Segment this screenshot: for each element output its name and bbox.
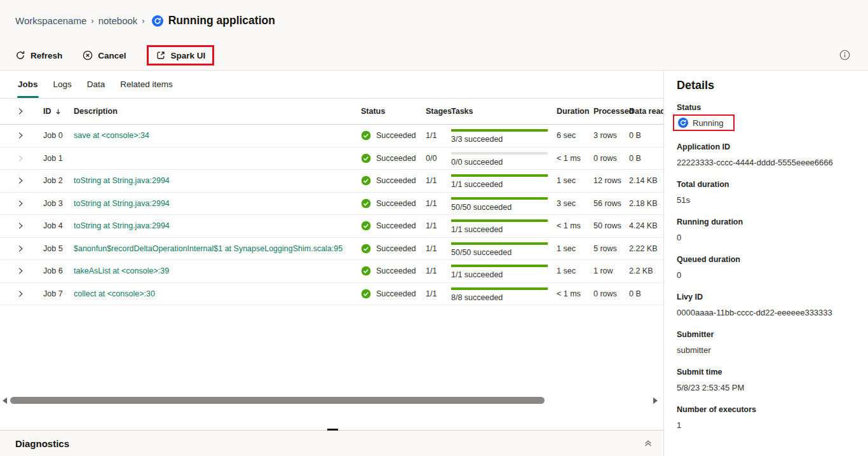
- detail-field: Application ID 22223333-cccc-4444-dddd-5…: [677, 142, 857, 168]
- row-expand-chevron[interactable]: [0, 177, 28, 184]
- job-tasks-label: 50/50 succeeded: [451, 203, 557, 212]
- job-tasks-label: 1/1 succeeded: [451, 180, 557, 189]
- chevron-right-icon: ›: [141, 16, 145, 25]
- breadcrumb-notebook[interactable]: notebook: [98, 15, 138, 26]
- job-id: Job 1: [28, 154, 74, 163]
- row-expand-chevron[interactable]: [0, 267, 28, 275]
- job-status: Succeeded: [356, 198, 421, 209]
- job-data-read: 0 B: [629, 289, 663, 298]
- table-row: Job 4 toString at String.java:2994 Succe…: [0, 215, 663, 238]
- job-processed: 12 rows: [593, 176, 629, 185]
- row-expand-chevron[interactable]: [0, 200, 28, 207]
- detail-value-row: 51s: [677, 195, 690, 205]
- detail-field: Number of executors 1: [677, 405, 857, 431]
- job-description-link[interactable]: toString at String.java:2994: [74, 199, 170, 208]
- job-tasks: 0/0 succeeded: [447, 148, 557, 170]
- horizontal-scrollbar[interactable]: [0, 395, 663, 405]
- job-processed: 5 rows: [593, 244, 629, 253]
- row-expand-chevron[interactable]: [0, 155, 28, 162]
- job-status-label: Succeeded: [376, 289, 416, 298]
- detail-field: Submitter submitter: [677, 330, 857, 356]
- expand-all-chevron[interactable]: [0, 107, 28, 115]
- info-button[interactable]: [839, 50, 850, 61]
- job-stages: 1/1: [421, 199, 447, 208]
- table-header: ID Description Status Stages Tasks Durat…: [0, 99, 663, 125]
- chevron-right-icon: [17, 222, 24, 230]
- toolbar: Refresh Cancel Spark UI: [15, 44, 214, 67]
- chevron-right-icon: [17, 290, 24, 298]
- scroll-right-arrow[interactable]: [653, 397, 658, 404]
- row-expand-chevron[interactable]: [0, 222, 28, 230]
- job-data-read: 2.14 KB: [629, 176, 663, 185]
- scrollbar-thumb[interactable]: [10, 397, 545, 404]
- open-in-new-icon: [156, 50, 166, 60]
- job-id: Job 5: [28, 244, 74, 253]
- breadcrumb-workspace[interactable]: Workspacename: [15, 15, 86, 26]
- job-processed: 56 rows: [593, 199, 629, 208]
- detail-value: 1: [677, 420, 681, 430]
- job-stages: 1/1: [421, 244, 447, 253]
- job-stages: 1/1: [421, 221, 447, 230]
- job-duration: < 1 ms: [557, 221, 593, 230]
- row-expand-chevron[interactable]: [0, 290, 28, 298]
- header-duration[interactable]: Duration: [557, 107, 593, 116]
- refresh-button[interactable]: Refresh: [15, 50, 62, 60]
- header-id-label: ID: [43, 107, 51, 116]
- job-id: Job 6: [28, 266, 74, 275]
- row-expand-chevron[interactable]: [0, 132, 28, 139]
- job-stages: 1/1: [421, 266, 447, 275]
- breadcrumb: Workspacename › notebook › Running appli…: [15, 14, 275, 27]
- job-data-read: 0 B: [629, 154, 663, 163]
- running-application-page: Workspacename › notebook › Running appli…: [0, 0, 868, 456]
- spark-ui-button[interactable]: Spark UI: [156, 50, 206, 60]
- header-id[interactable]: ID: [28, 107, 74, 116]
- diagnostics-title: Diagnostics: [15, 438, 69, 449]
- task-progress-bar: [451, 219, 548, 222]
- tab[interactable]: Related items: [112, 71, 180, 98]
- detail-value: submitter: [677, 345, 710, 355]
- detail-value: 0: [677, 233, 681, 242]
- header-data-read[interactable]: Data read: [629, 107, 663, 116]
- job-description-link[interactable]: toString at String.java:2994: [74, 221, 170, 230]
- detail-field: Status Running: [677, 103, 857, 130]
- succeeded-icon: [361, 176, 371, 186]
- job-status: Succeeded: [356, 221, 421, 231]
- cancel-label: Cancel: [98, 51, 126, 60]
- chevron-right-icon: [17, 267, 24, 275]
- detail-label: Queued duration: [677, 255, 857, 264]
- task-progress-bar: [451, 152, 548, 155]
- tab[interactable]: Logs: [46, 71, 79, 98]
- tab[interactable]: Jobs: [10, 71, 46, 98]
- job-tasks-label: 1/1 succeeded: [451, 225, 557, 234]
- page-title-group: Running application: [152, 14, 275, 27]
- header-tasks[interactable]: Tasks: [447, 99, 557, 124]
- job-data-read: 4.24 KB: [629, 221, 663, 230]
- header-description[interactable]: Description: [74, 107, 356, 116]
- succeeded-icon: [361, 266, 371, 276]
- job-processed: 1 row: [593, 266, 629, 275]
- chevron-right-icon: [17, 245, 24, 252]
- job-duration: 1 sec: [557, 176, 593, 185]
- chevron-right-icon: [17, 155, 24, 162]
- scroll-left-arrow[interactable]: [3, 397, 7, 404]
- header-stages[interactable]: Stages: [421, 107, 447, 116]
- detail-field: Queued duration 0: [677, 255, 857, 280]
- task-progress-bar: [451, 197, 548, 200]
- detail-value-row: 0: [677, 270, 681, 280]
- header-status[interactable]: Status: [356, 107, 421, 116]
- job-description-link[interactable]: collect at <console>:30: [74, 289, 155, 298]
- chevron-right-icon: [17, 177, 24, 184]
- row-expand-chevron[interactable]: [0, 245, 28, 252]
- refresh-label: Refresh: [31, 51, 62, 60]
- job-description-link[interactable]: $anonfun$recordDeltaOperationInternal$1 …: [74, 244, 342, 253]
- tab[interactable]: Data: [79, 71, 113, 98]
- cancel-button[interactable]: Cancel: [83, 50, 126, 60]
- job-processed: 0 rows: [593, 154, 629, 163]
- job-tasks-label: 8/8 succeeded: [451, 293, 557, 302]
- expand-diagnostics-button[interactable]: [643, 438, 653, 448]
- header-processed[interactable]: Processed: [593, 107, 629, 116]
- job-description-link[interactable]: save at <console>:34: [74, 131, 149, 140]
- job-description-link[interactable]: takeAsList at <console>:39: [74, 266, 169, 275]
- job-description-link[interactable]: toString at String.java:2994: [74, 176, 170, 185]
- table-row: Job 6 takeAsList at <console>:39 Succeed…: [0, 260, 663, 283]
